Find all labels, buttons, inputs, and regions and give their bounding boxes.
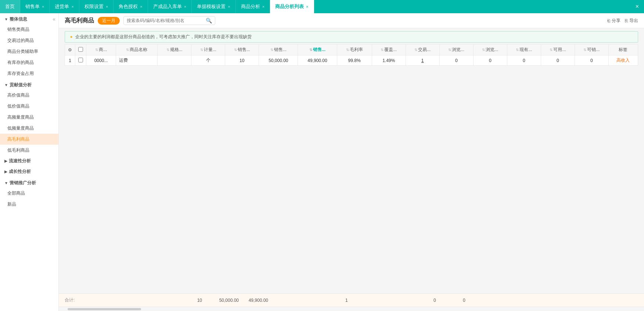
nav-tab-purchase-order[interactable]: 进货单 × [50, 0, 79, 13]
row-check[interactable] [75, 55, 86, 66]
arrow-right-icon-2: ▶ [4, 170, 7, 174]
sidebar-item-high-profit[interactable]: 高毛利商品 [0, 134, 58, 145]
search-icon[interactable]: 🔍 [206, 18, 212, 23]
close-sales-order[interactable]: × [42, 4, 44, 9]
th-browse1: ⇅浏览... [439, 44, 473, 55]
close-permission-settings[interactable]: × [106, 4, 108, 9]
sidebar-item-traded-products[interactable]: 交易过的商品 [0, 35, 58, 46]
close-template-settings[interactable]: × [228, 4, 230, 9]
row-browse2: 0 [473, 55, 507, 66]
row-current-stock: 0 [507, 55, 541, 66]
th-available: ⇅可用... [541, 44, 575, 55]
sidebar-item-high-freq[interactable]: 高频量度商品 [0, 112, 58, 123]
th-code: ⇅商... [86, 44, 116, 55]
content-area: 高毛利商品 近一月 🔍 ⎗ 分享 ⎘ 导出 ✦ 企业的主要的利润都是这部分商品创… [59, 13, 644, 311]
nav-tab-sales-order[interactable]: 销售单 × [20, 0, 50, 13]
filter-recent-month-button[interactable]: 近一月 [98, 17, 120, 25]
header-actions: ⎗ 分享 ⎘ 导出 [607, 18, 638, 24]
table-row: 1 0000... 运费 个 10 50,000.00 49,900.00 99… [65, 55, 638, 66]
scroll-bar-area [59, 307, 644, 311]
content-header: 高毛利商品 近一月 🔍 ⎗ 分享 ⎘ 导出 [59, 13, 644, 28]
th-check[interactable] [75, 44, 86, 55]
sidebar-collapse-button[interactable]: « [53, 16, 55, 22]
th-sales-amt: ⇅销售... [259, 44, 298, 55]
sidebar-item-analysis-assist-rate[interactable]: 商品分类辅助率 [0, 46, 58, 57]
row-checkbox[interactable] [78, 58, 83, 62]
arrow-down-icon-3: ▼ [4, 181, 8, 185]
settings-icon: ⚙ [68, 47, 72, 53]
close-all-button[interactable]: × [630, 0, 644, 13]
row-profit-rate: 99.8% [337, 55, 372, 66]
th-tag: 标签 [608, 44, 638, 55]
share-icon: ⎗ [607, 18, 610, 23]
th-sellable: ⇅可销... [575, 44, 608, 55]
nav-tab-product-analysis-list[interactable]: 商品分析列表 × [270, 0, 314, 13]
row-sales-profit: 49,900.00 [298, 55, 337, 66]
row-name: 运费 [116, 55, 158, 66]
sidebar-group-growth-analysis[interactable]: ▶ 成长性分析 [0, 166, 58, 177]
footer-sales-profit: 49,900.00 [244, 298, 273, 303]
nav-tab-role-permission[interactable]: 角色授权 × [114, 0, 148, 13]
sidebar-group-overall[interactable]: ▼ 整体信息 [0, 13, 58, 24]
nav-tab-product-entry[interactable]: 产成品入库单 × [148, 0, 192, 13]
horizontal-scrollbar[interactable] [68, 308, 141, 310]
th-current-stock: ⇅现有... [507, 44, 541, 55]
info-text: 企业的主要的利润都是这部分商品创造的，可考虑加大推广，同时关注库存是不要出现缺货 [75, 34, 252, 40]
row-unit: 个 [191, 55, 225, 66]
th-settings[interactable]: ⚙ [65, 44, 75, 55]
sidebar-item-inventory-products[interactable]: 有库存的商品 [0, 57, 58, 68]
sidebar-item-high-value[interactable]: 高价值商品 [0, 90, 58, 101]
sidebar-group-flow-analysis[interactable]: ▶ 流速性分析 [0, 156, 58, 166]
nav-tab-permission-settings[interactable]: 权限设置 × [79, 0, 114, 13]
th-unit: ⇅计量... [191, 44, 225, 55]
footer-bar: 合计: 10 50,000.00 49,900.00 1 0 0 [59, 293, 644, 307]
export-icon: ⎘ [625, 18, 628, 23]
nav-tab-product-analysis[interactable]: 商品分析 × [236, 0, 270, 13]
sidebar-item-sales-products[interactable]: 销售类商品 [0, 24, 58, 35]
th-browse2: ⇅浏览... [473, 44, 507, 55]
sidebar-group-marketing-analysis[interactable]: ▼ 营销推广分析 [0, 177, 58, 188]
select-all-checkbox[interactable] [78, 47, 83, 52]
close-purchase-order[interactable]: × [71, 4, 73, 9]
arrow-right-icon: ▶ [4, 159, 7, 163]
close-role-permission[interactable]: × [140, 4, 142, 9]
close-product-entry[interactable]: × [184, 4, 186, 9]
sidebar-item-low-value[interactable]: 低价值商品 [0, 101, 58, 112]
sidebar: « ▼ 整体信息 销售类商品 交易过的商品 商品分类辅助率 有库存的商品 库存资… [0, 13, 59, 311]
sidebar-item-inventory-capital[interactable]: 库存资金占用 [0, 68, 58, 79]
sidebar-item-low-profit[interactable]: 低毛利商品 [0, 145, 58, 156]
row-sellable: 0 [575, 55, 608, 66]
sidebar-item-new-products[interactable]: 新品 [0, 199, 58, 210]
sidebar-group-wealth-analysis[interactable]: ▼ 贡献值分析 [0, 79, 58, 90]
top-nav: 首页 销售单 × 进货单 × 权限设置 × 角色授权 × 产成品入库单 × 单据… [0, 0, 644, 13]
info-icon: ✦ [69, 35, 73, 40]
th-profit-rate: ⇅毛利率 [337, 44, 372, 55]
th-spec: ⇅规格... [158, 44, 191, 55]
share-button[interactable]: ⎗ 分享 [607, 18, 620, 24]
footer-empty4 [391, 298, 420, 303]
search-input[interactable] [127, 18, 204, 23]
row-transactions: 1 [406, 55, 439, 66]
sidebar-item-low-freq[interactable]: 低频量度商品 [0, 123, 58, 134]
nav-tab-home[interactable]: 首页 [0, 0, 20, 13]
th-name: ⇅商品名称 [116, 44, 158, 55]
main-layout: « ▼ 整体信息 销售类商品 交易过的商品 商品分类辅助率 有库存的商品 库存资… [0, 13, 644, 311]
footer-sales-amt: 50,000.00 [214, 298, 244, 303]
row-spec [158, 55, 191, 66]
th-sales-profit: ⇅销售... [298, 44, 337, 55]
export-button[interactable]: ⎘ 导出 [625, 18, 638, 24]
row-code: 0000... [86, 55, 116, 66]
close-product-analysis[interactable]: × [262, 4, 265, 9]
row-sales-amt: 50,000.00 [259, 55, 298, 66]
arrow-down-icon-2: ▼ [4, 83, 8, 87]
row-tag: 高收入 [608, 55, 638, 66]
table-header-row: ⚙ ⇅商... ⇅商品名称 ⇅规格... ⇅计量... ⇅销售... ⇅销售..… [65, 44, 638, 55]
sidebar-item-all-products[interactable]: 全部商品 [0, 188, 58, 199]
search-box: 🔍 [123, 16, 215, 25]
footer-available: 0 [449, 298, 479, 303]
close-product-analysis-list[interactable]: × [306, 4, 308, 9]
row-available: 0 [541, 55, 575, 66]
nav-tab-template-settings[interactable]: 单据模板设置 × [192, 0, 235, 13]
th-coverage: ⇅覆盖... [372, 44, 406, 55]
products-table: ⚙ ⇅商... ⇅商品名称 ⇅规格... ⇅计量... ⇅销售... ⇅销售..… [65, 44, 638, 66]
